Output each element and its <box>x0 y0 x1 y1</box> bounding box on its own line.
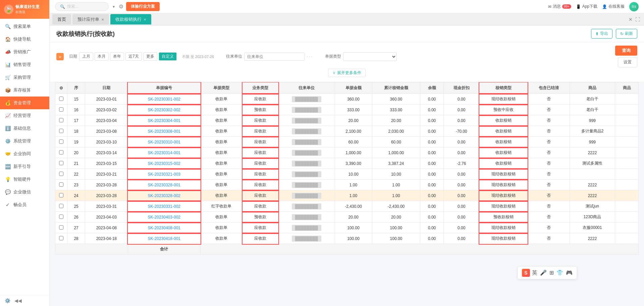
sidebar-item-purchase[interactable]: 🛒 采购管理 <box>0 71 49 84</box>
sidebar-item-marketing[interactable]: 📣 营销推广 <box>0 46 49 58</box>
sidebar-item-finance[interactable]: 💰 资金管理 <box>0 97 49 109</box>
date-btn-this-year[interactable]: 本年 <box>110 52 124 61</box>
bill-no-link[interactable]: SK-20230315-002 <box>148 161 180 166</box>
date-quick-buttons: 上月 本月 本年 近7天 更多 自定义 <box>79 52 177 61</box>
row-counterparty: ████████ <box>278 158 335 169</box>
refresh-button[interactable]: ↻ 刷新 <box>616 29 637 39</box>
row-checkbox[interactable] <box>55 115 67 126</box>
row-checkbox[interactable] <box>55 126 67 137</box>
bill-no-link[interactable]: SK-20230418-001 <box>148 236 180 241</box>
bill-no-link[interactable]: SK-20230304-001 <box>148 118 180 123</box>
row-balance: 0.00 <box>420 212 444 223</box>
messages-action[interactable]: ✉ 消息 99+ <box>548 4 571 9</box>
export-button[interactable]: ⬆ 导出 <box>591 29 612 39</box>
date-btn-more[interactable]: 更多 <box>143 52 157 61</box>
bill-no-link[interactable]: SK-20230308-001 <box>148 129 180 134</box>
counterparty-filter-group: 往来单位 ··· <box>226 53 313 61</box>
row-checkbox[interactable] <box>55 180 67 190</box>
date-btn-this-month[interactable]: 本月 <box>95 52 109 61</box>
row-checkbox[interactable] <box>55 223 67 233</box>
row-writeoff-type: 收款核销 <box>479 126 528 137</box>
collapse-icon[interactable]: ◀◀ <box>14 298 22 303</box>
row-checkbox[interactable] <box>55 147 67 158</box>
sidebar-item-member[interactable]: ✓ 畅会员 <box>0 198 49 211</box>
table-row: 18 2023-03-08 SK-20230308-001 收款单 应收款 ██… <box>55 126 639 137</box>
row-writeoff-type: 现结收款核销 <box>479 94 528 105</box>
expand-more-button[interactable]: ∨ 展开更多条件 <box>328 69 365 77</box>
th-seq: 序 <box>67 82 85 94</box>
online-service-action[interactable]: 👤 在线客服 <box>602 4 625 9</box>
bill-no-link[interactable]: SK-20230321-003 <box>148 172 180 177</box>
sidebar-item-hardware[interactable]: 💡 智能硬件 <box>0 173 49 186</box>
sidebar-item-search[interactable]: 🔍 搜索菜单 <box>0 20 49 33</box>
counterparty-input[interactable] <box>244 53 305 61</box>
th-gear[interactable]: ⚙ <box>55 82 67 94</box>
bill-no-link[interactable]: SK-20230331-002 <box>148 204 180 209</box>
row-checkbox[interactable] <box>55 94 67 105</box>
summary-empty <box>201 244 639 255</box>
bill-no-link[interactable]: SK-20230301-002 <box>148 97 180 102</box>
watermark-s-logo: S <box>522 269 530 277</box>
row-counterparty: ████████ <box>278 212 335 223</box>
sidebar-item-system[interactable]: ⚙️ 系统管理 <box>0 135 49 147</box>
watermark-text: 英 <box>532 269 537 277</box>
app-download-action[interactable]: 📱 App下载 <box>576 4 597 9</box>
sidebar-item-wechat[interactable]: 💬 企业微信 <box>0 186 49 198</box>
row-checkbox[interactable] <box>55 190 67 201</box>
sidebar-item-quicknav[interactable]: 🏠 快捷导航 <box>0 33 49 46</box>
table-settings-icon[interactable]: ⚙ <box>59 86 63 90</box>
tab-collection[interactable]: 收款核销执行 ✕ <box>110 14 151 24</box>
row-checkbox[interactable] <box>55 201 67 212</box>
row-goods: 123D商品 <box>570 212 615 223</box>
row-checkbox[interactable] <box>55 212 67 223</box>
bill-no-link[interactable]: SK-20230328-002 <box>148 193 180 198</box>
bill-no-link[interactable]: SK-20230310-001 <box>148 140 180 144</box>
row-bill-no: SK-20230310-001 <box>128 137 201 147</box>
close-window-icon[interactable]: ✕ <box>629 17 633 22</box>
sidebar-item-operations[interactable]: 📈 经营管理 <box>0 109 49 122</box>
guide-icon: 🆕 <box>5 164 11 169</box>
row-biz-type: 预收款 <box>243 105 278 115</box>
bill-no-link[interactable]: SK-20230314-001 <box>148 150 180 155</box>
bill-no-link[interactable]: SK-20230302-002 <box>148 108 180 112</box>
bill-no-link[interactable]: SK-20230403-002 <box>148 215 180 220</box>
row-checkbox[interactable] <box>55 137 67 147</box>
row-biz-type: 应收款 <box>243 158 278 169</box>
tab-prepay[interactable]: 预计应付单 ✕ <box>72 14 109 24</box>
bill-no-link[interactable]: SK-20230408-001 <box>148 226 180 230</box>
th-writeoff-type: 核销类型 <box>479 82 528 94</box>
tab-home[interactable]: 首页 <box>52 14 71 24</box>
row-checkbox[interactable] <box>55 233 67 244</box>
filter-settings-button[interactable]: 设置 <box>618 57 637 67</box>
row-checkbox[interactable] <box>55 105 67 115</box>
sidebar-item-inventory[interactable]: 📦 库存核算 <box>0 84 49 97</box>
date-btn-custom[interactable]: 自定义 <box>159 52 177 61</box>
doc-type-select[interactable]: 收款单 红字收款单 <box>343 52 397 61</box>
query-button[interactable]: 查询 <box>615 46 637 56</box>
row-writeoff-type: 现结收款核销 <box>479 190 528 201</box>
dropdown-icon[interactable]: ▾ <box>113 4 115 9</box>
filter-expand-button[interactable]: » <box>56 53 64 60</box>
collection-tab-close[interactable]: ✕ <box>144 18 146 21</box>
solution-button[interactable]: 体验行业方案 <box>126 2 160 11</box>
prepay-tab-close[interactable]: ✕ <box>101 18 104 21</box>
row-checkbox[interactable] <box>55 158 67 169</box>
watermark-overlay: S 英 🎤 ⊞ 👕 🎮 <box>518 266 577 279</box>
topbar-gear-icon[interactable]: ⚙ <box>119 3 123 10</box>
row-goods2 <box>615 169 639 180</box>
sidebar-item-basic[interactable]: ℹ️ 基础信息 <box>0 122 49 135</box>
sidebar-item-guide[interactable]: 🆕 新手引导 <box>0 160 49 173</box>
row-cash-discount: 0.00 <box>443 201 479 212</box>
hardware-icon: 💡 <box>5 177 11 182</box>
date-btn-prev-month[interactable]: 上月 <box>79 52 93 61</box>
user-avatar[interactable]: Rit <box>629 2 639 11</box>
sidebar: 🍃 畅康道好生意 标推版 🔍 搜索菜单 🏠 快捷导航 📣 营销推广 📊 销售管理… <box>0 0 50 306</box>
bill-no-link[interactable]: SK-20230328-001 <box>148 183 180 187</box>
row-goods: 测试多属性 <box>570 158 615 169</box>
date-btn-7days[interactable]: 近7天 <box>125 52 142 61</box>
settings-bottom-icon[interactable]: ⚙️ <box>5 298 10 303</box>
sidebar-item-enterprise[interactable]: 🤝 企业协同 <box>0 147 49 160</box>
row-checkbox[interactable] <box>55 169 67 180</box>
sidebar-item-sales[interactable]: 📊 销售管理 <box>0 58 49 71</box>
expand-window-icon[interactable]: ⛶ <box>635 17 640 22</box>
